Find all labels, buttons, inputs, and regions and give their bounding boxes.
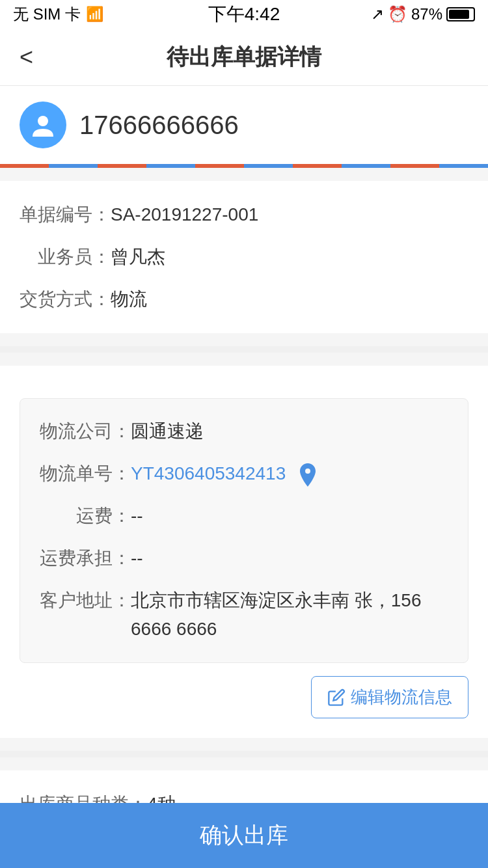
battery-fill	[449, 10, 469, 19]
location-active-icon: ↗	[371, 5, 384, 23]
freight-bearer-value: --	[131, 544, 448, 573]
status-bar: 无 SIM 卡 📶 下午4:42 ↗ ⏰ 87%	[0, 0, 488, 29]
logistics-company-row: 物流公司： 圆通速递	[40, 417, 448, 446]
edit-logistics-label: 编辑物流信息	[351, 686, 452, 709]
logistics-company-value: 圆通速递	[131, 417, 448, 446]
status-time: 下午4:42	[208, 2, 280, 27]
logistics-tracking-value: YT43064053424​13	[131, 459, 448, 489]
dashed-divider	[0, 164, 488, 168]
alarm-icon: ⏰	[388, 5, 407, 23]
customer-phone: 17666666666	[79, 111, 239, 140]
battery-icon	[446, 7, 475, 21]
avatar	[20, 102, 66, 148]
status-left: 无 SIM 卡 📶	[13, 4, 103, 25]
confirm-bar[interactable]: 确认出库	[0, 803, 488, 868]
agent-value: 曾凡杰	[111, 243, 468, 272]
back-button[interactable]: <	[20, 44, 33, 71]
agent-row: 业务员： 曾凡杰	[20, 243, 468, 272]
edit-icon	[327, 688, 346, 707]
nav-bar: < 待出库单据详情	[0, 29, 488, 86]
freight-bearer-row: 运费承担： --	[40, 544, 448, 573]
freight-value: --	[131, 502, 448, 531]
edit-logistics-button[interactable]: 编辑物流信息	[311, 676, 468, 718]
logistics-card: 物流公司： 圆通速递 物流单号： YT43064053424​13 运费： --…	[20, 398, 468, 663]
doc-info-section: 单据编号： SA-20191227-001 业务员： 曾凡杰 交货方式： 物流	[0, 181, 488, 333]
address-label: 客户地址：	[40, 586, 131, 616]
page-title: 待出库单据详情	[167, 42, 321, 72]
location-pin-icon	[297, 463, 318, 487]
address-row: 客户地址： 北京市市辖区海淀区永丰南 张，156 6666 6666	[40, 586, 448, 645]
logistics-tracking-label: 物流单号：	[40, 459, 131, 489]
address-value: 北京市市辖区海淀区永丰南 张，156 6666 6666	[131, 586, 448, 645]
confirm-button-label: 确认出库	[200, 821, 288, 850]
doc-number-label: 单据编号：	[20, 200, 111, 230]
delivery-method-row: 交货方式： 物流	[20, 285, 468, 314]
agent-label: 业务员：	[20, 243, 111, 272]
svg-point-0	[38, 116, 48, 126]
wifi-icon: 📶	[86, 6, 103, 23]
doc-number-value: SA-20191227-001	[111, 200, 468, 230]
freight-label: 运费：	[40, 502, 131, 531]
carrier-label: 无 SIM 卡	[13, 4, 81, 25]
doc-number-row: 单据编号： SA-20191227-001	[20, 200, 468, 230]
battery-percent: 87%	[411, 5, 442, 23]
section-separator-2	[0, 751, 488, 757]
freight-row: 运费： --	[40, 502, 448, 531]
customer-header: 17666666666	[0, 86, 488, 164]
edit-logistics-area: 编辑物流信息	[20, 676, 468, 718]
logistics-section: 物流公司： 圆通速递 物流单号： YT43064053424​13 运费： --…	[0, 366, 488, 738]
logistics-company-label: 物流公司：	[40, 417, 131, 446]
status-right: ↗ ⏰ 87%	[371, 5, 475, 23]
delivery-method-label: 交货方式：	[20, 285, 111, 314]
logistics-tracking-row: 物流单号： YT43064053424​13	[40, 459, 448, 489]
section-separator-1	[0, 346, 488, 353]
freight-bearer-label: 运费承担：	[40, 544, 131, 573]
delivery-method-value: 物流	[111, 285, 468, 314]
